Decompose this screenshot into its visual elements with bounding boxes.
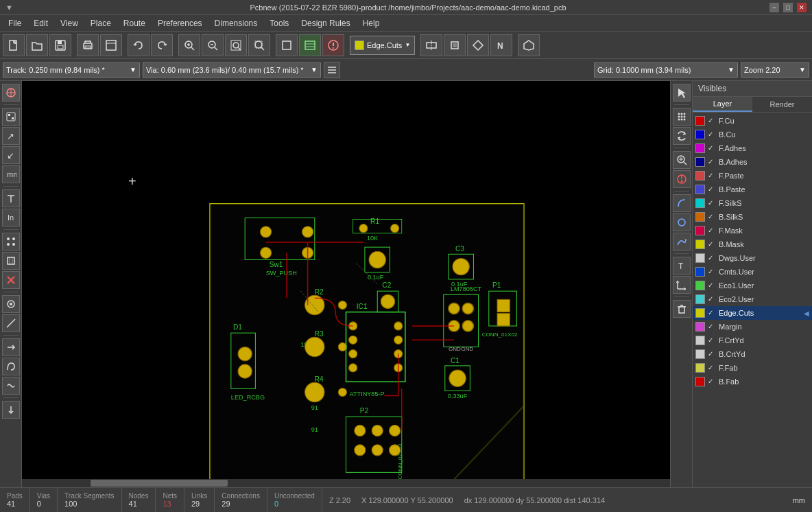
- zoom-field[interactable]: Zoom 2.20 ▼: [741, 62, 809, 78]
- menu-dimensions[interactable]: Dimensions: [209, 17, 263, 30]
- menu-preferences[interactable]: Preferences: [152, 17, 208, 30]
- undo-button[interactable]: [128, 34, 150, 56]
- maximize-button[interactable]: □: [783, 3, 793, 12]
- layer-item-margin[interactable]: ✓Margin: [693, 320, 812, 334]
- inspect-button[interactable]: [673, 151, 691, 169]
- drc-button[interactable]: [322, 34, 344, 56]
- layer-item-f-silks[interactable]: ✓F.SilkS: [693, 196, 812, 210]
- freehand-tool-rt[interactable]: [673, 233, 691, 251]
- lock-module-tool[interactable]: [2, 401, 20, 419]
- layer-item-f-cu[interactable]: ✓F.Cu: [693, 114, 812, 128]
- menu-route[interactable]: Route: [118, 17, 151, 30]
- layer-checkbox-b-mask[interactable]: ✓: [708, 240, 716, 248]
- add-module-tool[interactable]: ↗: [2, 127, 20, 145]
- layer-item-cmts-user[interactable]: ✓Cmts.User: [693, 265, 812, 279]
- layer-item-edge-cuts[interactable]: ✓Edge.Cuts◀: [693, 306, 812, 320]
- push-route-tool[interactable]: [2, 338, 20, 356]
- microwave-tool[interactable]: [2, 377, 20, 395]
- layer-checkbox-b-crtyd[interactable]: ✓: [708, 350, 716, 358]
- layer-item-f-crtyd[interactable]: ✓F.CrtYd: [693, 334, 812, 347]
- clearance-button[interactable]: [673, 170, 691, 188]
- select-tool[interactable]: [2, 84, 20, 102]
- layer-checkbox-b-adhes[interactable]: ✓: [708, 158, 716, 166]
- layer-checkbox-b-cu[interactable]: ✓: [708, 130, 716, 139]
- layer-checkbox-eco2-user[interactable]: ✓: [708, 295, 716, 303]
- layer-checkbox-b-fab[interactable]: ✓: [708, 377, 716, 386]
- layer-item-b-crtyd[interactable]: ✓B.CrtYd: [693, 347, 812, 361]
- layer-item-f-fab[interactable]: ✓F.Fab: [693, 361, 812, 375]
- layer-item-b-cu[interactable]: ✓B.Cu: [693, 128, 812, 141]
- menu-help[interactable]: Help: [357, 17, 385, 30]
- menu-file[interactable]: File: [3, 17, 27, 30]
- zoom-out-button[interactable]: [202, 34, 224, 56]
- board-setup-button[interactable]: [100, 34, 122, 56]
- highlight-tool[interactable]: [2, 295, 20, 313]
- layer-item-b-mask[interactable]: ✓B.Mask: [693, 237, 812, 251]
- zoom-area-button[interactable]: [276, 34, 298, 56]
- add-zone-tool[interactable]: [2, 252, 20, 270]
- layer-checkbox-edge-cuts[interactable]: ✓: [708, 309, 716, 317]
- grid-settings-button[interactable]: [673, 108, 691, 126]
- layer-checkbox-eco1-user[interactable]: ✓: [708, 281, 716, 290]
- add-dimension-tool[interactable]: In: [2, 209, 20, 226]
- layer-checkbox-margin[interactable]: ✓: [708, 323, 716, 331]
- layer-checkbox-dwgs-user[interactable]: ✓: [708, 254, 716, 262]
- layer-item-f-adhes[interactable]: ✓F.Adhes: [693, 141, 812, 155]
- layer-checkbox-cmts-user[interactable]: ✓: [708, 268, 716, 276]
- h-scrollbar[interactable]: [22, 479, 670, 487]
- highlight-net-button[interactable]: [467, 34, 489, 56]
- layer-checkbox-f-cu[interactable]: ✓: [708, 117, 716, 125]
- save-button[interactable]: [49, 34, 71, 56]
- route-tracks-tool[interactable]: [2, 108, 20, 126]
- redo-button[interactable]: [151, 34, 173, 56]
- layer-item-f-mask[interactable]: ✓F.Mask: [693, 224, 812, 237]
- layer-checkbox-f-mask[interactable]: ✓: [708, 226, 716, 235]
- layer-checkbox-f-silks[interactable]: ✓: [708, 199, 716, 207]
- layer-item-b-adhes[interactable]: ✓B.Adhes: [693, 155, 812, 169]
- show-3d-button[interactable]: [518, 34, 540, 56]
- layer-checkbox-f-crtyd[interactable]: ✓: [708, 336, 716, 345]
- new-button[interactable]: [3, 34, 25, 56]
- menu-edit[interactable]: Edit: [28, 17, 53, 30]
- h-scrollbar-thumb[interactable]: [91, 480, 228, 487]
- trash-button[interactable]: [673, 300, 691, 318]
- menu-tools[interactable]: Tools: [264, 17, 294, 30]
- pcb-svg[interactable]: Sw1 SW_PUSH R1 10K C1 0.33uF: [22, 81, 670, 487]
- arc-tool-rt[interactable]: [673, 194, 691, 212]
- zoom-select-button[interactable]: [248, 34, 270, 56]
- layer-item-b-silks[interactable]: ✓B.SilkS: [693, 210, 812, 224]
- axis-tool-rt[interactable]: [673, 276, 691, 294]
- menu-view[interactable]: View: [55, 17, 84, 30]
- layer-checkbox-f-paste[interactable]: ✓: [708, 172, 716, 180]
- add-via-tool[interactable]: mm: [2, 165, 20, 183]
- route-settings-button[interactable]: [324, 62, 340, 78]
- circle-tool-rt[interactable]: [673, 213, 691, 231]
- via-field[interactable]: Via: 0.60 mm (23.6 mils)/ 0.40 mm (15.7 …: [143, 62, 321, 78]
- print-button[interactable]: [77, 34, 99, 56]
- arrow-tool[interactable]: [673, 84, 691, 102]
- add-track-tool[interactable]: ↙: [2, 146, 20, 164]
- minimize-button[interactable]: −: [769, 3, 779, 12]
- layer-item-eco1-user[interactable]: ✓Eco1.User: [693, 279, 812, 292]
- update-button[interactable]: [673, 127, 691, 145]
- layer-checkbox-f-adhes[interactable]: ✓: [708, 144, 716, 152]
- layer-checkbox-f-fab[interactable]: ✓: [708, 364, 716, 372]
- layer-checkbox-b-silks[interactable]: ✓: [708, 213, 716, 221]
- layer-checkbox-b-paste[interactable]: ✓: [708, 185, 716, 194]
- show-modules-button[interactable]: [444, 34, 466, 56]
- show-pad-num-button[interactable]: N: [490, 34, 512, 56]
- flip-board-button[interactable]: [420, 34, 442, 56]
- add-text-tool[interactable]: [2, 189, 20, 207]
- track-field[interactable]: Track: 0.250 mm (9.84 mils) * ▼: [3, 62, 140, 78]
- tab-layer[interactable]: Layer: [693, 97, 752, 112]
- layer-item-b-fab[interactable]: ✓B.Fab: [693, 375, 812, 388]
- menu-design-rules[interactable]: Design Rules: [296, 17, 355, 30]
- layer-dropdown[interactable]: Edge.Cuts ▼: [350, 36, 415, 55]
- netlist-button[interactable]: [299, 34, 321, 56]
- place-pads-tool[interactable]: [2, 233, 20, 251]
- delete-tool[interactable]: [2, 271, 20, 289]
- layer-item-f-paste[interactable]: ✓F.Paste: [693, 169, 812, 183]
- text-tool-rt[interactable]: T: [673, 257, 691, 275]
- zoom-in-button[interactable]: [178, 34, 200, 56]
- measure-tool[interactable]: [2, 314, 20, 332]
